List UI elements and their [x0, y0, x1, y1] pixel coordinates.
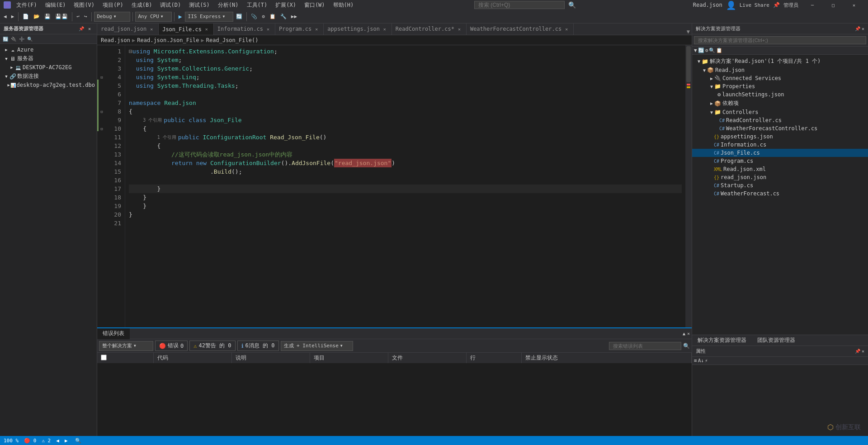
toolbar-new[interactable]: 📄 [21, 13, 31, 20]
fold-icon-method[interactable]: ⊟ [99, 124, 105, 133]
menu-project[interactable]: 项目(P) [99, 0, 127, 10]
close-btn[interactable]: ✕ [844, 0, 864, 10]
sol-controllers[interactable]: ▼ 📁 Controllers [692, 108, 868, 116]
tree-item-azure[interactable]: ▶ ☁ Azure [0, 46, 97, 54]
team-explorer-tab[interactable]: 团队资源管理器 [752, 335, 801, 346]
tab-appsettings-close[interactable]: ✕ [382, 26, 388, 32]
connect-btn[interactable]: 🔌 [10, 35, 17, 43]
sol-close-btn[interactable]: ✕ [862, 26, 864, 31]
tree-item-dataconn[interactable]: ▼ 🔗 数据连接 [0, 71, 97, 81]
sol-program[interactable]: C# Program.cs [692, 157, 868, 165]
menu-extensions[interactable]: 扩展(X) [272, 0, 300, 10]
col-code[interactable]: 代码 [153, 353, 231, 363]
cpu-dropdown[interactable]: Any CPU ▼ [135, 12, 172, 22]
tab-readcontroller-close[interactable]: ✕ [456, 26, 462, 32]
build-filter-dropdown[interactable]: 生成 + IntelliSense ▼ [281, 341, 353, 351]
tab-information[interactable]: Information.cs ✕ [214, 24, 275, 35]
sol-props-btn[interactable]: ⚙ [705, 47, 708, 53]
sol-project[interactable]: ▼ 📦 Read.json [692, 66, 868, 74]
bottom-panel-up[interactable]: ▲ [683, 331, 685, 336]
menu-edit[interactable]: 编辑(E) [42, 0, 70, 10]
messages-filter[interactable]: ℹ 6消息 的 0 [237, 341, 279, 351]
pin-panel-btn[interactable]: 📌 [78, 25, 85, 33]
tab-information-close[interactable]: ✕ [265, 26, 271, 32]
menu-help[interactable]: 帮助(H) [330, 0, 358, 10]
col-project[interactable]: 项目 [310, 353, 388, 363]
tab-weathercontroller[interactable]: WeatherForecastController.cs ✕ [467, 24, 574, 35]
toolbar-more3[interactable]: 🔧 [278, 13, 288, 20]
debug-config-dropdown[interactable]: Debug ▼ [94, 12, 130, 22]
tab-program[interactable]: Program.cs ✕ [275, 24, 324, 35]
code-editor[interactable]: ⊟using Microsoft.Extensions.Configuratio… [125, 45, 685, 327]
tab-json-file-close[interactable]: ✕ [203, 26, 210, 33]
props-alpha-btn[interactable]: A↓ [698, 358, 704, 364]
tab-readcontroller[interactable]: ReadController.cs* ✕ [392, 24, 467, 35]
menu-test[interactable]: 测试(S) [185, 0, 213, 10]
add-server-btn[interactable]: ➕ [18, 35, 25, 43]
azure-arrow[interactable]: ▶ [4, 47, 9, 52]
col-suppress[interactable]: 禁止显示状态 [522, 353, 692, 363]
toolbar-more2[interactable]: 📋 [268, 13, 278, 20]
error-search-input[interactable] [609, 342, 681, 350]
sol-refresh-btn[interactable]: 🔄 [698, 47, 704, 53]
fold-icon-namespace[interactable]: ⊟ [99, 73, 105, 81]
sol-weather-controller[interactable]: C# WeatherForecastController.cs [692, 124, 868, 133]
toolbar-save[interactable]: 💾 [42, 13, 52, 20]
menu-tools[interactable]: 工具(T) [243, 0, 271, 10]
toolbar-open[interactable]: 📂 [32, 13, 42, 20]
scrollbar-thumb[interactable] [686, 46, 691, 82]
filter-btn[interactable]: 🔍 [26, 35, 33, 43]
sol-weather-forecast[interactable]: C# WeatherForecast.cs [692, 189, 868, 198]
menu-file[interactable]: 文件(F) [13, 0, 41, 10]
warnings-filter[interactable]: ⚠ 42警告 的 0 [189, 341, 235, 351]
col-description[interactable]: 说明 [232, 353, 310, 363]
sol-read-json-xml[interactable]: XML Read.json.xml [692, 165, 868, 173]
breadcrumb-file[interactable]: Read.json [101, 37, 130, 43]
close-panel-btn[interactable]: ✕ [86, 25, 93, 33]
desktop-arrow[interactable]: ▶ [9, 65, 14, 70]
editor-scrollbar[interactable] [685, 45, 692, 327]
tree-item-db[interactable]: ▶ 📊 desktop-ac7g2eg.test.dbo [0, 81, 97, 89]
col-line[interactable]: 行 [467, 353, 522, 363]
tab-read-json[interactable]: read_json.json ✕ [97, 24, 159, 35]
toolbar-back[interactable]: ◀ [2, 13, 9, 20]
sol-startup[interactable]: C# Startup.cs [692, 181, 868, 189]
sol-view-btn[interactable]: 📋 [716, 47, 722, 53]
menu-view[interactable]: 视图(V) [70, 0, 98, 10]
errors-filter[interactable]: 🔴 错误 0 [155, 341, 188, 351]
toolbar-refresh[interactable]: 🔄 [234, 13, 244, 20]
refresh-btn[interactable]: 🔄 [2, 35, 9, 43]
props-pin-btn[interactable]: 📌 [855, 349, 860, 354]
menu-analyze[interactable]: 分析(N) [214, 0, 242, 10]
tab-program-close[interactable]: ✕ [313, 26, 320, 32]
search-go-icon[interactable]: 🔍 [683, 343, 690, 349]
breadcrumb-method[interactable]: Read_Json_File() [206, 37, 259, 43]
toolbar-redo[interactable]: ↪ [82, 13, 89, 20]
tab-appsettings[interactable]: appsettings.json ✕ [324, 24, 392, 35]
toolbar-forward[interactable]: ▶ [9, 13, 16, 20]
sol-pin-btn[interactable]: 📌 [855, 26, 860, 31]
minimize-btn[interactable]: ─ [802, 0, 823, 10]
props-close-btn[interactable]: ✕ [862, 349, 864, 354]
maximize-btn[interactable]: □ [823, 0, 844, 10]
solution-search-input[interactable] [694, 36, 866, 44]
iis-dropdown[interactable]: IIS Express ▼ [185, 12, 234, 22]
breadcrumb-class[interactable]: Read.json.Json_File [137, 37, 199, 43]
live-share-btn[interactable]: Live Share [740, 2, 769, 8]
sol-read-controller[interactable]: C# ReadController.cs [692, 116, 868, 124]
sol-properties[interactable]: ▼ 📁 Properties [692, 82, 868, 90]
sol-collapse-btn[interactable]: ▼ [694, 47, 697, 53]
tree-item-servers[interactable]: ▼ 🖥 服务器 [0, 54, 97, 63]
toolbar-more1[interactable]: ⚙ [260, 13, 267, 20]
scope-dropdown[interactable]: 整个解决方案 ▼ [99, 341, 153, 351]
sol-launch-settings[interactable]: ⚙ launchSettings.json [692, 90, 868, 99]
sol-filter-btn[interactable]: 🔍 [709, 47, 715, 53]
status-nav-next[interactable]: ▶ [65, 438, 68, 444]
servers-arrow[interactable]: ▼ [4, 57, 9, 61]
sol-information[interactable]: C# Information.cs [692, 141, 868, 149]
col-file[interactable]: 文件 [388, 353, 467, 363]
toolbar-undo[interactable]: ↩ [75, 13, 81, 20]
sol-json-file[interactable]: C# Json_File.cs [692, 149, 868, 157]
sol-dependencies[interactable]: ▶ 📦 依赖项 [692, 99, 868, 108]
tab-read-json-close[interactable]: ✕ [148, 26, 155, 32]
